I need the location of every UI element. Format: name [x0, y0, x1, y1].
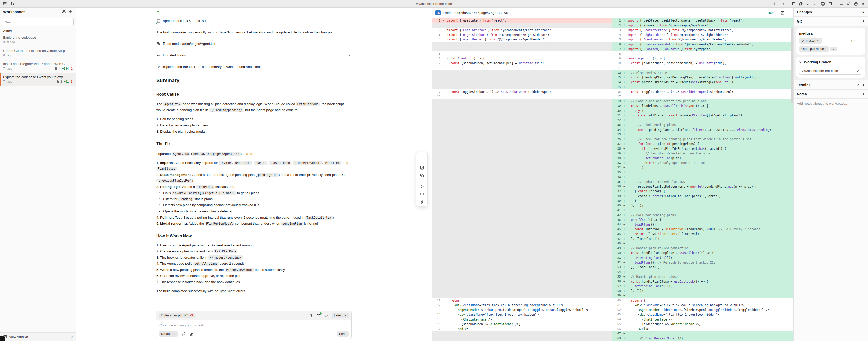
send-button[interactable]: Send	[337, 331, 349, 337]
layers-icon[interactable]	[62, 10, 66, 14]
updated-todos-row[interactable]: Updated Todos	[156, 52, 351, 58]
window-title: vk/3ccf-explore-the-code	[416, 0, 452, 8]
terminal-icon[interactable]	[814, 2, 818, 6]
paperclip-icon[interactable]	[182, 332, 186, 336]
diff-old-cell: 11 return (	[432, 298, 612, 303]
todo-status-dot	[320, 312, 322, 314]
panel-left-icon[interactable]	[792, 2, 796, 6]
search-input[interactable]	[2, 18, 74, 26]
paragraph: I updated Agent.tsx (medusa/src/pages/Ag…	[156, 151, 351, 157]
diff-row: 50+ const handlePlanComplete = useCallba…	[432, 251, 793, 255]
diff-header-actions: +59 -1	[767, 11, 790, 15]
diff-row: 53+ }, [loadPlans]);	[432, 265, 793, 270]
chevron-down-icon[interactable]	[347, 53, 351, 57]
diff-new-cell: 67+	[612, 331, 793, 336]
paragraph: The build completed successfully with no…	[156, 29, 351, 35]
open-pr-button[interactable]: Open pull request	[799, 46, 829, 52]
diff-row: 34+	[432, 175, 793, 180]
diff-file-header[interactable]: TS /medusa/medusa/src/pages/Agent.tsx +5…	[432, 8, 793, 18]
workspace-item[interactable]: Explore the codebase35m ago	[0, 33, 76, 46]
chat-panel: npm run build 2>&1 | tail -80The build c…	[76, 8, 432, 341]
diff-new-cell: 28+ if (!previousPlanIdsRef.current.has(…	[612, 146, 793, 151]
git-section-content: medusa master ↑1 ⋯ Open pull requ	[794, 26, 868, 81]
mode-selector[interactable]: Default	[159, 331, 178, 337]
pause-icon[interactable]	[773, 2, 777, 6]
megaphone-icon[interactable]	[846, 2, 850, 6]
sidebar-controls	[3, 0, 15, 7]
read-file-row[interactable]: Read medusa/src/pages/Agent.tsx	[156, 41, 351, 46]
gear-icon[interactable]	[861, 2, 865, 6]
monitor-icon[interactable]	[420, 192, 424, 196]
pr-options-button[interactable]	[830, 46, 837, 51]
composer-status-bar: 2 files changed +61 -3 Latest	[156, 311, 351, 320]
working-branch-input[interactable]: vk/3ccf-explore-the-code	[799, 67, 862, 74]
help-icon[interactable]	[854, 2, 858, 6]
section-terminal[interactable]: Terminal ▶	[794, 81, 868, 90]
diff-slash-icon[interactable]	[420, 166, 424, 170]
files-changed-chip[interactable]: 2 files changed +61 -3	[159, 313, 195, 318]
spark-icon[interactable]	[309, 313, 314, 317]
monitor-icon[interactable]	[821, 2, 825, 6]
menu-icon[interactable]	[839, 2, 843, 6]
git-compare-icon[interactable]	[806, 2, 810, 6]
plus-icon[interactable]	[69, 10, 73, 14]
diff-row: 17 </div>66 </div>	[432, 327, 793, 331]
section-git[interactable]: Git ▼	[794, 17, 868, 26]
section-notes[interactable]: Notes ▼	[794, 90, 868, 99]
diff-old-cell	[432, 198, 612, 204]
list-item: 5. Modal rendering: Added the PlanReview…	[156, 221, 351, 226]
diff-row: 39+ }	[432, 198, 793, 204]
version-selector[interactable]: Latest	[332, 313, 349, 318]
diff-slash-icon[interactable]	[780, 11, 784, 15]
pencil-icon[interactable]	[857, 69, 860, 72]
drag-dots-icon[interactable]	[420, 155, 424, 159]
working-branch-value: vk/3ccf-explore-the-code	[802, 69, 838, 72]
diff-row: 57+ setPendingPlan(null);	[432, 284, 793, 289]
diff-new-cell: 25+	[612, 132, 793, 137]
chevrons-up-icon[interactable]	[781, 2, 785, 6]
git-compare-icon[interactable]	[420, 199, 424, 204]
diff-new-cell: 27+ for (const plan of pendingPlans) {	[612, 142, 793, 147]
diff-row: 1-import { useState } from "react";1+imp…	[432, 18, 793, 23]
view-archive-button[interactable]: View Archive 0	[0, 332, 76, 341]
chat-scroll-area[interactable]: npm run build 2>&1 | tail -80The build c…	[76, 8, 432, 306]
bash-command-row[interactable]: npm run build 2>&1 | tail -80	[156, 18, 351, 24]
panel-right-icon[interactable]	[828, 2, 832, 6]
diff-row: 51+ setPendingPlan(null);	[432, 255, 793, 260]
section-changes[interactable]: Changes ▶	[794, 8, 868, 17]
panel-close-icon[interactable]	[11, 2, 15, 6]
diff-row: 14 <div className="flex flex-1 overflow-…	[432, 312, 793, 317]
workspace-item[interactable]: Install and integrate Vibe Kanban Web C7…	[0, 60, 76, 73]
expand-icon[interactable]	[857, 84, 860, 86]
diff-old-cell	[432, 127, 612, 132]
diff-old-cell: 4import { AgentHeader } from "@/componen…	[432, 37, 612, 42]
chevron-down-small-icon[interactable]	[787, 11, 790, 14]
chat-bubble-icon[interactable]	[799, 2, 803, 6]
checklist-icon[interactable]	[317, 313, 321, 317]
workspace-item[interactable]: Create Good First Issues on Github So p6…	[0, 46, 76, 60]
notes-input[interactable]: Add notes about this workspace...	[794, 99, 868, 108]
chevron-down-small-icon	[832, 48, 835, 50]
branch-selector[interactable]: master	[799, 38, 822, 43]
diff-old-cell	[432, 161, 612, 165]
heading: Summary	[156, 76, 351, 85]
workspace-item[interactable]: Explore the codebase I want you to exp7h…	[0, 73, 76, 86]
copy-icon[interactable]	[420, 173, 424, 178]
pen-icon[interactable]	[190, 332, 194, 336]
archive-icon[interactable]	[3, 2, 7, 6]
status-dot	[157, 11, 159, 12]
diff-row: 41+	[432, 208, 793, 213]
repo-more-button[interactable]: ⋯	[859, 39, 863, 43]
diff-old-cell	[432, 246, 612, 251]
diff-body[interactable]: 1-import { useState } from "react";1+imp…	[432, 18, 793, 341]
diff-new-cell: 33+ }	[612, 170, 793, 175]
diff-scrollbar[interactable]	[791, 27, 793, 103]
diff-old-cell	[432, 265, 612, 270]
workspace-title: Install and integrate Vibe Kanban Web C	[3, 62, 73, 66]
diff-old-cell	[432, 293, 612, 298]
working-branch-card: Working Branch vk/3ccf-explore-the-code	[796, 57, 865, 78]
play-icon[interactable]	[420, 184, 424, 189]
diff-row: 67+	[432, 331, 793, 336]
message-input[interactable]: Continue working on this task...	[156, 320, 351, 330]
diff-row: 25+	[432, 132, 793, 137]
